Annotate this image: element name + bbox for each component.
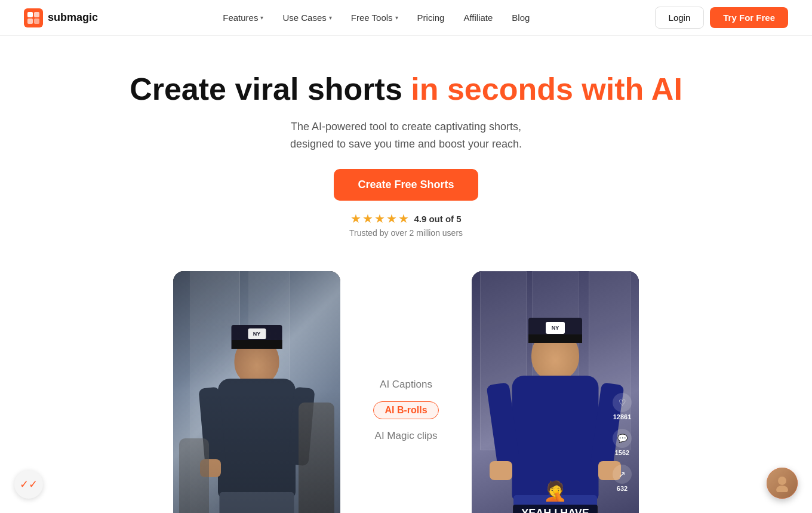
rating-row: ★ ★ ★ ★ ★ 4.9 out of 5 [12,211,800,226]
checkmark-icon: ✓✓ [20,478,38,491]
stat-comments: 💬 1562 [613,429,632,456]
svg-point-5 [776,486,788,492]
chat-avatar [767,468,798,499]
nav-features[interactable]: Features ▾ [214,8,272,27]
svg-rect-3 [34,19,39,24]
stat-likes: ♡ 12861 [613,393,632,420]
video-bg-right: NY 🤦 YEAH I HAVE ♡ [472,271,639,513]
star-5: ★ [398,211,409,226]
rating-score: 4.9 out of 5 [414,214,461,224]
hat-right: NY [528,318,582,343]
logo-text: submagic [48,11,98,24]
chat-widget[interactable] [767,468,798,499]
login-button[interactable]: Login [655,7,705,29]
star-4: ★ [386,211,397,226]
try-free-button[interactable]: Try For Free [710,7,788,28]
nav-menu: Features ▾ Use Cases ▾ Free Tools ▾ Pric… [214,8,538,27]
heart-icon: ♡ [613,393,632,412]
rating-trust: Trusted by over 2 million users [12,228,800,238]
hat-logo-right: NY [546,322,565,334]
feature-ai-magic-clips[interactable]: AI Magic clips [375,430,438,442]
star-rating: ★ ★ ★ ★ ★ [350,211,409,226]
hero-title-accent: in seconds with AI [411,72,682,106]
svg-rect-0 [27,12,33,17]
chevron-down-icon: ▾ [395,14,398,21]
logo[interactable]: submagic [24,8,98,27]
video-card-left: NY [173,271,340,513]
logo-icon [24,8,43,27]
comment-icon: 💬 [613,429,632,448]
nav-free-tools[interactable]: Free Tools ▾ [343,8,407,27]
svg-rect-2 [27,19,33,24]
video-section: NY AI Captions AI B-rolls [0,271,812,513]
create-free-shorts-button[interactable]: Create Free Shorts [334,169,478,201]
star-2: ★ [362,211,373,226]
stat-shares: ↗ 632 [613,465,632,492]
social-stats: ♡ 12861 💬 1562 ↗ 632 [613,393,632,492]
nav-blog[interactable]: Blog [503,8,538,27]
share-icon: ↗ [613,465,632,484]
nav-pricing[interactable]: Pricing [409,8,453,27]
comment-count: 1562 [615,449,629,456]
feature-ai-brolls-badge[interactable]: AI B-rolls [373,401,438,419]
nav-use-cases[interactable]: Use Cases ▾ [274,8,340,27]
svg-rect-1 [34,12,39,17]
nav-affiliate[interactable]: Affiliate [455,8,501,27]
star-1: ★ [350,211,361,226]
hero-title: Create viral shorts in seconds with AI [12,72,800,107]
hero-title-normal: Create viral shorts [130,72,411,106]
notification-badge[interactable]: ✓✓ [14,470,43,499]
share-count: 632 [617,485,628,492]
star-3: ★ [374,211,385,226]
navbar-actions: Login Try For Free [655,7,788,29]
chevron-down-icon: ▾ [260,14,263,21]
hat-brim-right [528,334,582,343]
hand-right-l [490,461,512,480]
video-overlay [173,271,340,513]
features-panel: AI Captions AI B-rolls AI Magic clips [340,379,472,442]
navbar: submagic Features ▾ Use Cases ▾ Free Too… [0,0,812,36]
rating-block: ★ ★ ★ ★ ★ 4.9 out of 5 Trusted by over 2… [12,211,800,238]
like-count: 12861 [613,413,632,420]
video-card-right: NY 🤦 YEAH I HAVE ♡ [472,271,639,513]
caption-text: YEAH I HAVE [513,505,598,513]
chevron-down-icon: ▾ [329,14,332,21]
hero-subtitle: The AI-powered tool to create captivatin… [12,118,800,153]
feature-ai-captions[interactable]: AI Captions [380,379,432,391]
hero-section: Create viral shorts in seconds with AI T… [0,36,812,250]
svg-point-4 [778,477,786,485]
